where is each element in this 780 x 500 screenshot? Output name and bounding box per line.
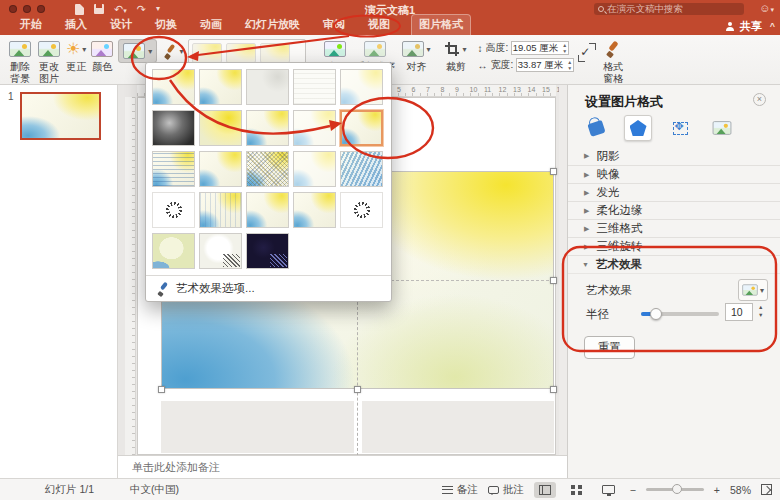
toolbar-options-caret-icon[interactable]: ▾: [156, 5, 160, 13]
normal-view-button[interactable]: [534, 482, 556, 498]
remove-background-button[interactable]: 删除背景: [8, 39, 32, 84]
ribbon-tab-5[interactable]: 动画: [198, 15, 224, 35]
width-stepper[interactable]: ▲▼: [567, 59, 572, 71]
slider-thumb[interactable]: [650, 308, 662, 320]
ribbon-tab-9[interactable]: 图片格式: [411, 14, 471, 35]
ribbon-tab-8[interactable]: 视图: [366, 15, 392, 35]
redo-icon[interactable]: ↷: [137, 4, 146, 15]
selection-handle[interactable]: [550, 386, 557, 393]
format-pane-section-5[interactable]: ▶三维格式: [568, 219, 780, 237]
artistic-effect-thumbnail-6[interactable]: [152, 110, 195, 146]
height-input[interactable]: 19.05 厘米 ▲▼: [511, 41, 569, 55]
format-pane-button[interactable]: 格式窗格: [600, 39, 626, 84]
artistic-effect-thumbnail-3[interactable]: [246, 69, 289, 105]
slide-sorter-view-button[interactable]: [566, 482, 588, 498]
artistic-effects-button[interactable]: ▾: [118, 39, 157, 63]
artistic-effect-thumbnail-23[interactable]: [246, 233, 289, 269]
change-picture-button[interactable]: 更改图片: [37, 39, 61, 84]
zoom-slider-thumb[interactable]: [672, 484, 682, 494]
artistic-effect-thumbnail-7[interactable]: [199, 110, 242, 146]
zoom-out-button[interactable]: −: [630, 484, 636, 496]
crop-button[interactable]: ▾ 裁剪: [445, 39, 466, 73]
artistic-effect-thumbnail-21[interactable]: [152, 233, 195, 269]
content-placeholder[interactable]: [161, 401, 354, 453]
picture-border-button[interactable]: ▾: [163, 41, 183, 61]
artistic-effect-dropdown[interactable]: ▾: [738, 279, 768, 301]
artistic-effect-thumbnail-14[interactable]: [293, 151, 336, 187]
ribbon-tab-3[interactable]: 设计: [108, 15, 134, 35]
color-button[interactable]: 颜色: [91, 39, 113, 73]
radius-slider[interactable]: [641, 312, 719, 316]
format-pane-section-1[interactable]: ▶阴影: [568, 147, 780, 165]
vertical-scrollbar[interactable]: [559, 85, 567, 455]
share-button[interactable]: 共享: [726, 19, 762, 34]
undo-icon[interactable]: ↶▾: [114, 4, 127, 15]
language-indicator[interactable]: 中文(中国): [130, 483, 179, 497]
zoom-window-button[interactable]: [37, 5, 45, 13]
picture-style-thumbnail[interactable]: [226, 43, 256, 63]
notes-toggle-button[interactable]: 备注: [442, 483, 478, 497]
ribbon-tab-2[interactable]: 插入: [63, 15, 89, 35]
content-placeholder[interactable]: [362, 401, 554, 453]
radius-value-input[interactable]: 10: [725, 303, 753, 321]
ribbon-tab-1[interactable]: 开始: [18, 15, 44, 35]
picture-tab[interactable]: [708, 115, 736, 141]
artistic-effect-thumbnail-1[interactable]: [152, 69, 195, 105]
artistic-effect-thumbnail-12[interactable]: [199, 151, 242, 187]
notes-area[interactable]: 单击此处添加备注: [118, 455, 567, 478]
ribbon-tab-7[interactable]: 审阅: [321, 15, 347, 35]
artistic-effect-thumbnail-19[interactable]: [293, 192, 336, 228]
slide-thumbnail[interactable]: [20, 92, 101, 140]
selection-handle[interactable]: [158, 386, 165, 393]
format-pane-section-6[interactable]: ▶三维旋转: [568, 237, 780, 255]
save-icon[interactable]: [94, 4, 104, 14]
search-input[interactable]: 在演示文稿中搜索: [594, 3, 744, 15]
reset-button[interactable]: 重置: [584, 336, 635, 359]
corrections-button[interactable]: ☀▾ 更正: [66, 39, 86, 73]
zoom-slider[interactable]: [646, 488, 704, 491]
artistic-effect-thumbnail-20[interactable]: [340, 192, 383, 228]
height-stepper[interactable]: ▲▼: [562, 42, 567, 54]
feedback-smiley-icon[interactable]: ☺▾: [759, 2, 774, 14]
align-button[interactable]: ▾ 对齐: [402, 39, 430, 73]
format-pane-section-2[interactable]: ▶映像: [568, 165, 780, 183]
artistic-effect-thumbnail-15[interactable]: [340, 151, 383, 187]
selection-handle[interactable]: [354, 386, 361, 393]
artistic-effects-options-item[interactable]: 艺术效果选项...: [146, 275, 391, 301]
collapse-ribbon-button[interactable]: ^: [770, 21, 775, 31]
artistic-effect-thumbnail-5[interactable]: [340, 69, 383, 105]
picture-style-thumbnail[interactable]: [192, 43, 222, 63]
ribbon-tab-6[interactable]: 幻灯片放映: [243, 15, 302, 35]
artistic-effect-thumbnail-4[interactable]: [293, 69, 336, 105]
fill-line-tab[interactable]: [582, 115, 610, 141]
close-window-button[interactable]: [9, 5, 17, 13]
new-document-icon[interactable]: [75, 4, 84, 15]
slideshow-view-button[interactable]: [598, 482, 620, 498]
zoom-in-button[interactable]: +: [714, 484, 720, 496]
artistic-effect-thumbnail-8[interactable]: [246, 110, 289, 146]
undo-caret-icon[interactable]: ▾: [123, 7, 127, 14]
minimize-window-button[interactable]: [23, 5, 31, 13]
ribbon-tab-4[interactable]: 切换: [153, 15, 179, 35]
artistic-effect-thumbnail-11[interactable]: [152, 151, 195, 187]
fit-to-window-icon[interactable]: [761, 484, 772, 495]
radius-stepper[interactable]: ▲▼: [758, 303, 763, 319]
width-input[interactable]: 33.87 厘米 ▲▼: [516, 58, 574, 72]
format-pane-section-4[interactable]: ▶柔化边缘: [568, 201, 780, 219]
close-icon[interactable]: ×: [753, 93, 766, 106]
artistic-effect-thumbnail-13[interactable]: [246, 151, 289, 187]
artistic-effect-thumbnail-17[interactable]: [199, 192, 242, 228]
artistic-effect-thumbnail-10[interactable]: [340, 110, 383, 146]
artistic-effect-thumbnail-18[interactable]: [246, 192, 289, 228]
artistic-effect-thumbnail-22[interactable]: [199, 233, 242, 269]
selection-handle[interactable]: [550, 277, 557, 284]
artistic-effect-thumbnail-9[interactable]: [293, 110, 336, 146]
comments-toggle-button[interactable]: 批注: [488, 483, 524, 497]
zoom-level[interactable]: 58%: [730, 484, 751, 496]
picture-style-thumbnail[interactable]: [260, 43, 290, 63]
artistic-effect-thumbnail-2[interactable]: [199, 69, 242, 105]
artistic-effects-section-header[interactable]: ▼ 艺术效果: [568, 255, 780, 274]
format-pane-section-3[interactable]: ▶发光: [568, 183, 780, 201]
size-properties-tab[interactable]: [666, 115, 694, 141]
effects-tab[interactable]: [624, 115, 652, 141]
